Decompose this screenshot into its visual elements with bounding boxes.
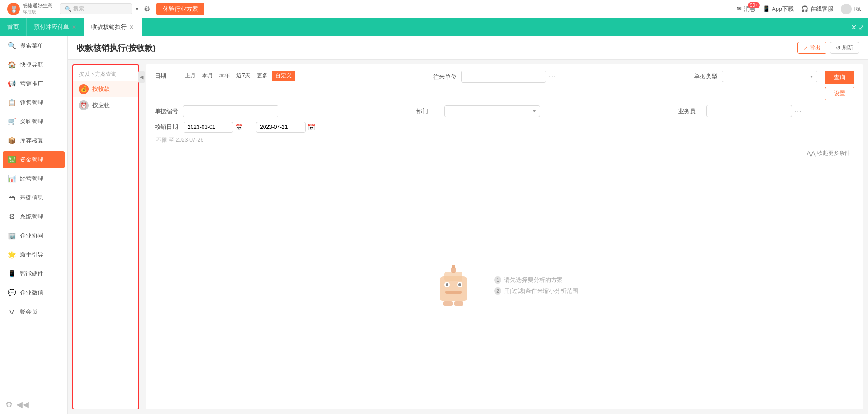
writeoff-date-start-input[interactable] [184, 122, 233, 133]
staff-input-wrapper [706, 105, 792, 117]
shortcut-custom[interactable]: 自定义 [272, 71, 295, 81]
sidebar-label-operations: 经营管理 [20, 175, 43, 183]
tab-bar-actions: ✕ ⤢ [851, 23, 868, 32]
sidebar-item-vip[interactable]: V 畅会员 [0, 302, 67, 321]
writeoff-date-end-input[interactable] [256, 122, 306, 133]
filter-item-by-receipt[interactable]: 💰 按收款 [73, 81, 138, 97]
search-icon: 🔍 [65, 6, 71, 12]
page-body: 按以下方案查询 💰 按收款 ⏰ 按应收 ◀ [68, 60, 868, 414]
docnumber-label: 单据编号 [155, 107, 180, 115]
partner-more-icon[interactable]: ··· [549, 73, 556, 81]
app-download-button[interactable]: 📱 App下载 [763, 5, 794, 13]
sidebar-settings-button[interactable]: ⚙ [5, 400, 13, 409]
logo-area: 🐰 畅捷通好生意 标准版 [7, 3, 52, 15]
doctype-field: 单据类型 [694, 71, 817, 82]
header-dropdown-button[interactable]: ▾ [136, 6, 138, 12]
staff-label: 业务员 [678, 107, 703, 115]
svg-rect-1 [444, 272, 462, 281]
tab-expand-button[interactable]: ⤢ [859, 23, 864, 32]
shortcut-last-month[interactable]: 上月 [183, 71, 198, 81]
tab-prepay[interactable]: 预付冲应付单 ✕ [27, 18, 84, 36]
date-label: 日期 [155, 72, 180, 80]
writeoff-date-end-wrap: 📅 [256, 122, 315, 133]
vip-icon: V [7, 308, 16, 316]
user-name: Rit [854, 5, 861, 12]
sidebar-item-marketing[interactable]: 📢 营销推广 [0, 74, 67, 93]
sidebar-collapse-button[interactable]: ◀◀ [16, 400, 29, 409]
header-settings-button[interactable]: ⚙ [144, 5, 150, 13]
filter-form: 日期 上月 本月 本年 近7天 更多 自定义 [146, 64, 863, 161]
filter-left-title: 按以下方案查询 [73, 69, 138, 81]
staff-more-icon[interactable]: ··· [795, 107, 802, 115]
hint-num-1: 1 [494, 276, 501, 284]
user-profile[interactable]: Rit [841, 4, 861, 14]
query-button[interactable]: 查询 [825, 71, 854, 84]
shortcut-this-month[interactable]: 本月 [200, 71, 215, 81]
staff-input[interactable] [710, 108, 788, 114]
right-panel: 日期 上月 本月 本年 近7天 更多 自定义 [146, 64, 863, 409]
svg-rect-7 [445, 291, 462, 294]
inventory-icon: 📦 [7, 137, 16, 145]
tab-home[interactable]: 首页 [0, 18, 27, 36]
hint-text-2: 用[过滤]条件来缩小分析范围 [504, 287, 578, 295]
basic-info-icon: 🗃 [7, 194, 16, 202]
sidebar-item-wecom[interactable]: 💬 企业微信 [0, 283, 67, 302]
sidebar-label-vip: 畅会员 [20, 308, 38, 316]
page-actions: ↗ 导出 ↺ 刷新 [797, 42, 859, 59]
sidebar-item-hardware[interactable]: 📱 智能硬件 [0, 264, 67, 283]
sidebar-item-operations[interactable]: 📊 经营管理 [0, 169, 67, 188]
calendar-end-icon[interactable]: 📅 [307, 124, 315, 131]
purchase-icon: 🛒 [7, 118, 16, 126]
search-placeholder: 搜索 [73, 5, 84, 13]
calendar-start-icon[interactable]: 📅 [235, 124, 243, 131]
date-shortcuts: 上月 本月 本年 近7天 更多 自定义 [183, 71, 295, 81]
tab-receivable-close-icon[interactable]: ✕ [129, 24, 134, 30]
shortcut-7days[interactable]: 近7天 [234, 71, 253, 81]
filter-row-1: 日期 上月 本月 本年 近7天 更多 自定义 [155, 71, 854, 100]
app-download-label: App下载 [772, 5, 794, 13]
sidebar-item-cooperation[interactable]: 🏢 企业协同 [0, 226, 67, 245]
sidebar-item-basic-info[interactable]: 🗃 基础信息 [0, 188, 67, 207]
export-button[interactable]: ↗ 导出 [797, 42, 826, 54]
filter-item-by-receivable[interactable]: ⏰ 按应收 [73, 97, 138, 114]
svg-rect-9 [454, 301, 463, 306]
left-panel-collapse-button[interactable]: ◀ [138, 71, 145, 83]
shortcut-this-year[interactable]: 本年 [217, 71, 232, 81]
sidebar-item-guide[interactable]: 🌟 新手引导 [0, 245, 67, 264]
sidebar-label-marketing: 营销推广 [20, 80, 43, 88]
shortcut-more[interactable]: 更多 [255, 71, 270, 81]
message-button[interactable]: ✉ 消息 99+ [737, 5, 755, 13]
department-select[interactable] [444, 105, 540, 117]
tab-prepay-close-icon[interactable]: ✕ [72, 24, 76, 30]
sidebar-label-purchase: 采购管理 [20, 118, 43, 126]
sidebar-item-search-menu[interactable]: 🔍 搜索菜单 [0, 36, 67, 55]
docnumber-input[interactable] [183, 105, 278, 117]
staff-field: 业务员 ··· [678, 105, 802, 117]
sidebar-label-sales: 销售管理 [20, 99, 43, 107]
operations-icon: 📊 [7, 175, 16, 183]
tab-receivable[interactable]: 收款核销执行 ✕ [84, 18, 142, 36]
docnumber-field: 单据编号 [155, 105, 278, 117]
empty-state: 1 请先选择要分析的方案 2 用[过滤]条件来缩小分析范围 [146, 161, 863, 409]
online-service-button[interactable]: 🎧 在线客服 [801, 5, 834, 13]
sidebar-item-sales[interactable]: 📋 销售管理 [0, 93, 67, 112]
partner-input[interactable] [465, 74, 542, 80]
doctype-select[interactable] [722, 71, 817, 82]
industry-plan-button[interactable]: 休验行业方案 [156, 3, 204, 15]
sidebar-item-quick-nav[interactable]: 🏠 快捷导航 [0, 55, 67, 74]
sidebar-item-inventory[interactable]: 📦 库存核算 [0, 131, 67, 150]
sidebar-item-purchase[interactable]: 🛒 采购管理 [0, 112, 67, 131]
department-select-wrap [444, 105, 540, 117]
sidebar-item-finance[interactable]: 💹 资金管理 [3, 151, 65, 168]
tab-close-all-button[interactable]: ✕ [851, 23, 857, 32]
settings-button[interactable]: 设置 [825, 87, 854, 100]
sidebar-item-system[interactable]: ⚙ 系统管理 [0, 207, 67, 226]
sidebar-label-wecom: 企业微信 [20, 289, 43, 297]
tab-bar: 首页 预付冲应付单 ✕ 收款核销执行 ✕ ✕ ⤢ [0, 18, 868, 36]
tab-receivable-label: 收款核销执行 [91, 23, 127, 31]
finance-icon: 💹 [7, 156, 16, 164]
filter-row-3: 核销日期 📅 — 📅 [155, 122, 854, 133]
online-service-label: 在线客服 [810, 5, 834, 13]
collapse-more-button[interactable]: ⋀⋀ 收起更多条件 [802, 148, 854, 159]
refresh-button[interactable]: ↺ 刷新 [830, 42, 859, 54]
